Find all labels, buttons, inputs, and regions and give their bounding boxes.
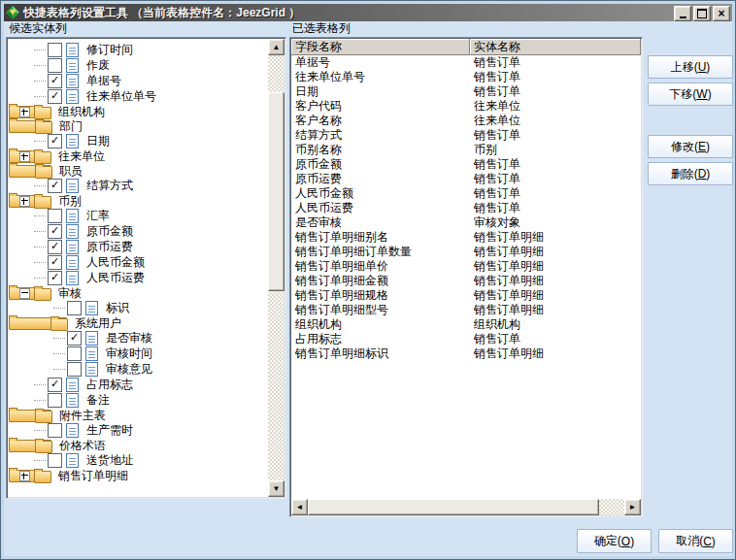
table-row[interactable]: 销售订单明细金额销售订单明细	[291, 274, 641, 288]
table-row[interactable]: 销售订单明细别名销售订单明细	[291, 230, 641, 245]
tree-item[interactable]: ✓原币运费	[9, 239, 266, 254]
tree-item[interactable]: ✓结算方式	[9, 178, 266, 193]
modify-button[interactable]: 修改(E)	[648, 135, 733, 158]
cancel-button[interactable]: 取消(C)	[658, 529, 733, 553]
checkbox[interactable]	[48, 209, 62, 223]
checkbox[interactable]	[67, 362, 82, 377]
tree-item[interactable]: 部门	[9, 120, 51, 133]
expand-plus-icon[interactable]	[19, 151, 30, 162]
scroll-down-button[interactable]: ▼	[268, 480, 284, 497]
table-row[interactable]: 原币运费销售订单	[291, 172, 641, 186]
tree-item[interactable]: 价格术语	[9, 440, 51, 452]
table-row[interactable]: 客户名称往来单位	[291, 114, 641, 128]
table-row[interactable]: 结算方式销售订单	[291, 128, 641, 143]
checkbox[interactable]	[48, 423, 62, 438]
tree-item[interactable]: ✓单据号	[9, 73, 266, 88]
table-row[interactable]: 单据号销售订单	[291, 55, 641, 70]
tree-item[interactable]: 生产需时	[9, 422, 266, 438]
table-row[interactable]: 销售订单明细标识销售订单明细	[291, 346, 641, 361]
tree-item[interactable]: ✓人民币运费	[9, 270, 266, 285]
tree-item[interactable]: ✓原币金额	[9, 223, 266, 239]
checkbox[interactable]: ✓	[48, 134, 62, 148]
table-row[interactable]: 人民币金额销售订单	[291, 186, 641, 201]
candidate-columns-label: 候选实体列	[9, 21, 67, 35]
tree-item[interactable]: 审核时间	[9, 346, 266, 361]
tree-item[interactable]: 修订时间	[9, 42, 266, 57]
checkbox[interactable]	[48, 58, 62, 73]
table-row[interactable]: 人民币运费销售订单	[291, 201, 641, 215]
scroll-right-button[interactable]: ►	[624, 499, 641, 515]
scrollbar-thumb[interactable]	[308, 499, 599, 515]
tree-vertical-scrollbar[interactable]: ▲ ▼	[268, 39, 284, 497]
tree-item[interactable]: ✓日期	[9, 133, 266, 148]
table-row[interactable]: 是否审核审核对象	[291, 215, 641, 230]
tree-item[interactable]: 附件主表	[9, 410, 51, 422]
checkbox[interactable]: ✓	[48, 224, 62, 239]
scroll-left-button[interactable]: ◄	[291, 499, 308, 515]
checkbox[interactable]: ✓	[48, 378, 62, 392]
checkbox[interactable]: ✓	[67, 331, 82, 346]
table-row[interactable]: 客户代码往来单位	[291, 99, 641, 114]
table-row[interactable]: 销售订单明细型号销售订单明细	[291, 303, 641, 317]
checkbox[interactable]: ✓	[48, 179, 62, 193]
table-row[interactable]: 占用标志销售订单	[291, 332, 641, 346]
expand-plus-icon[interactable]	[19, 107, 30, 117]
checkbox[interactable]	[67, 346, 82, 361]
tree-item[interactable]: 组织机构	[9, 106, 36, 118]
delete-button[interactable]: 删除(D)	[648, 162, 733, 185]
entity-name-cell: 销售订单	[470, 201, 641, 215]
tree-item[interactable]: 审核意见	[9, 361, 266, 377]
checkbox[interactable]: ✓	[48, 271, 62, 285]
tree-item[interactable]: ✓是否审核	[9, 330, 266, 346]
checkbox[interactable]	[48, 393, 62, 408]
tree-item[interactable]: 职员	[9, 165, 51, 178]
maximize-button[interactable]	[693, 6, 711, 21]
checkbox[interactable]	[48, 43, 62, 57]
scroll-up-button[interactable]: ▲	[268, 39, 284, 55]
document-icon	[85, 346, 98, 361]
expand-plus-icon[interactable]	[19, 196, 30, 207]
checkbox[interactable]	[67, 301, 82, 315]
table-row[interactable]: 原币金额销售订单	[291, 157, 641, 172]
button-hotkey: U	[698, 60, 707, 74]
tree-item[interactable]: 销售订单明细	[9, 470, 36, 482]
title-bar[interactable]: 快捷表格列设置工具 （当前表格控件名：JeezGrid ） ×	[4, 4, 732, 21]
table-row[interactable]: 往来单位单号销售订单	[291, 70, 641, 84]
checkbox[interactable]	[48, 453, 62, 468]
tree-item[interactable]: 往来单位	[9, 150, 36, 163]
table-row[interactable]: 币别名称币别	[291, 143, 641, 157]
table-row[interactable]: 销售订单明细订单数量销售订单明细	[291, 245, 641, 259]
collapse-minus-icon[interactable]	[19, 288, 30, 299]
expand-plus-icon[interactable]	[19, 471, 30, 481]
tree-item[interactable]: 送货地址	[9, 452, 266, 468]
button-hotkey: O	[621, 535, 630, 548]
scrollbar-thumb[interactable]	[268, 92, 284, 291]
grid-horizontal-scrollbar[interactable]: ◄ ►	[291, 499, 641, 515]
tree-item[interactable]: 备注	[9, 392, 266, 408]
tree-item[interactable]: 标识	[9, 300, 266, 315]
button-label: )	[706, 60, 710, 74]
move-up-button[interactable]: 上移(U)	[648, 55, 733, 79]
table-row[interactable]: 销售订单明细单价销售订单明细	[291, 259, 641, 274]
checkbox[interactable]: ✓	[48, 89, 62, 104]
move-down-button[interactable]: 下移(W)	[648, 82, 733, 106]
column-header-field-name[interactable]: 字段名称	[291, 39, 470, 55]
tree-item[interactable]: ✓占用标志	[9, 377, 266, 392]
table-row[interactable]: 日期销售订单	[291, 84, 641, 99]
table-row[interactable]: 组织机构组织机构	[291, 317, 641, 332]
tree-item[interactable]: ✓往来单位单号	[9, 88, 266, 104]
ok-button[interactable]: 确定(O)	[577, 529, 652, 553]
checkbox[interactable]: ✓	[48, 240, 62, 254]
table-row[interactable]: 销售订单明细规格销售订单明细	[291, 288, 641, 303]
minimize-button[interactable]	[674, 6, 691, 21]
checkbox[interactable]: ✓	[48, 255, 62, 270]
tree-item[interactable]: ✓人民币金额	[9, 254, 266, 270]
checkbox[interactable]: ✓	[48, 74, 62, 88]
tree-item[interactable]: 币别	[9, 195, 36, 208]
tree-item[interactable]: 作废	[9, 57, 266, 73]
column-header-entity-name[interactable]: 实体名称	[470, 39, 641, 55]
tree-item[interactable]: 系统用户	[9, 317, 67, 330]
tree-item[interactable]: 审核	[9, 287, 36, 300]
tree-item[interactable]: 汇率	[9, 208, 266, 223]
close-button[interactable]: ×	[713, 6, 730, 21]
